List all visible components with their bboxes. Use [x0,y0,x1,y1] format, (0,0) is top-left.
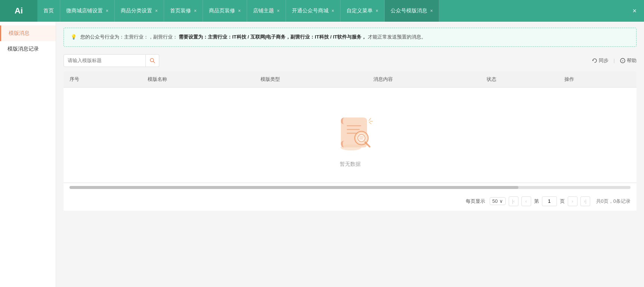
nav-tab-close[interactable]: × [194,8,197,13]
nav-tab-close[interactable]: × [376,8,378,13]
data-table: 序号模版名称模版类型消息内容状态操作 [64,71,637,88]
scrollbar-track[interactable] [70,186,631,189]
nav-tab-label: 商品分类设置 [121,7,152,14]
notice-box: 💡 您的公众号行业为：主营行业：，副营行业： 需要设置为：主营行业：IT科技 /… [64,28,637,47]
scrollbar-thumb [70,186,518,189]
first-page-button[interactable]: |‹ [509,196,518,206]
notice-suffix: 才能正常发送预置的消息。 [368,34,426,40]
nav-tab-label: 店铺主题 [253,7,274,14]
col-header-seq: 序号 [64,71,142,88]
nav-tab-label: 开通公众号商城 [292,7,329,14]
sync-button[interactable]: 同步 [592,57,608,64]
sync-icon [592,58,597,63]
top-nav: Ai 首页微商城店铺设置×商品分类设置×首页装修×商品页装修×店铺主题×开通公众… [0,0,644,22]
brand-logo: Ai [0,0,37,22]
chevron-down-icon: ∨ [499,198,503,204]
col-header-name: 模版名称 [142,71,255,88]
prev-page-button[interactable]: ‹ [521,196,531,206]
toolbar: 同步 | ? 帮助 [64,54,637,67]
page-size-select[interactable]: 50 ∨ [490,197,505,205]
nav-tab-close[interactable]: × [155,8,158,13]
col-header-type: 模版类型 [255,71,367,88]
sync-label: 同步 [599,57,608,64]
nav-tab-open-shop[interactable]: 开通公众号商城× [286,0,341,22]
help-button[interactable]: ? 帮助 [620,57,637,64]
scrollbar-area [64,183,637,192]
sidebar-item-template-msg[interactable]: 模版消息 [0,25,56,41]
page-prefix: 第 [534,198,539,205]
search-button[interactable] [146,54,159,67]
page-size-value: 50 [492,198,497,204]
nav-tab-close[interactable]: × [106,8,108,13]
col-header-status: 状态 [481,71,559,88]
nav-tab-template-msg[interactable]: 公众号模版消息× [385,0,439,22]
nav-tab-home-decor[interactable]: 首页装修× [164,0,203,22]
notice-icon: 💡 [71,34,77,40]
search-input[interactable] [64,54,146,67]
svg-line-1 [153,61,155,63]
nav-tab-close[interactable]: × [430,8,433,13]
main-layout: 模版消息模版消息记录 💡 您的公众号行业为：主营行业：，副营行业： 需要设置为：… [0,22,644,287]
nav-tab-label: 首页装修 [170,7,191,14]
page-size-label: 每页显示 [466,198,485,205]
col-header-action: 操作 [558,71,637,88]
sidebar-item-template-history[interactable]: 模版消息记录 [0,41,56,57]
notice-highlight: 需要设置为：主营行业：IT科技 / 互联网|电子商务，副营行业：IT科技 / I… [179,34,366,40]
close-all-button[interactable]: × [625,7,644,15]
divider: | [614,58,615,63]
svg-line-14 [369,118,371,120]
next-page-button[interactable]: › [568,196,577,206]
notice-prefix: 您的公众号行业为：主营行业：，副营行业： [80,34,178,40]
content-area: 💡 您的公众号行业为：主营行业：，副营行业： 需要设置为：主营行业：IT科技 /… [56,22,644,287]
toolbar-right: 同步 | ? 帮助 [592,57,637,64]
nav-tab-shop-settings[interactable]: 微商城店铺设置× [60,0,115,22]
nav-tab-label: 自定义菜单 [346,7,373,14]
total-info: 共0页，0条记录 [596,198,631,205]
nav-tab-close[interactable]: × [238,8,241,13]
search-icon [150,58,155,64]
nav-tab-label: 首页 [43,7,54,14]
empty-illustration [328,110,373,155]
help-icon: ? [620,58,625,63]
pagination: 每页显示 50 ∨ |‹ ‹ 第 页 › ›| 共0页，0条记录 [64,192,637,211]
nav-tab-product-decor[interactable]: 商品页装修× [203,0,247,22]
page-number-input[interactable] [542,196,557,206]
page-unit: 页 [560,198,565,205]
help-label: 帮助 [627,57,637,64]
nav-tab-label: 微商城店铺设置 [66,7,103,14]
svg-line-16 [369,122,371,124]
empty-state: 暂无数据 [64,88,637,183]
svg-text:?: ? [622,59,624,63]
nav-tab-shop-theme[interactable]: 店铺主题× [247,0,286,22]
last-page-button[interactable]: ›| [580,196,590,206]
nav-tab-close[interactable]: × [277,8,280,13]
nav-tab-label: 公众号模版消息 [391,7,427,14]
sidebar: 模版消息模版消息记录 [0,22,56,287]
col-header-content: 消息内容 [367,71,480,88]
nav-tab-close[interactable]: × [332,8,334,13]
empty-text: 暂无数据 [340,161,361,168]
nav-tab-custom-menu[interactable]: 自定义菜单× [341,0,385,22]
nav-tab-home[interactable]: 首页 [37,0,60,22]
nav-tab-product-category[interactable]: 商品分类设置× [115,0,164,22]
search-area [64,54,159,67]
empty-svg [328,110,376,159]
nav-tab-label: 商品页装修 [209,7,235,14]
